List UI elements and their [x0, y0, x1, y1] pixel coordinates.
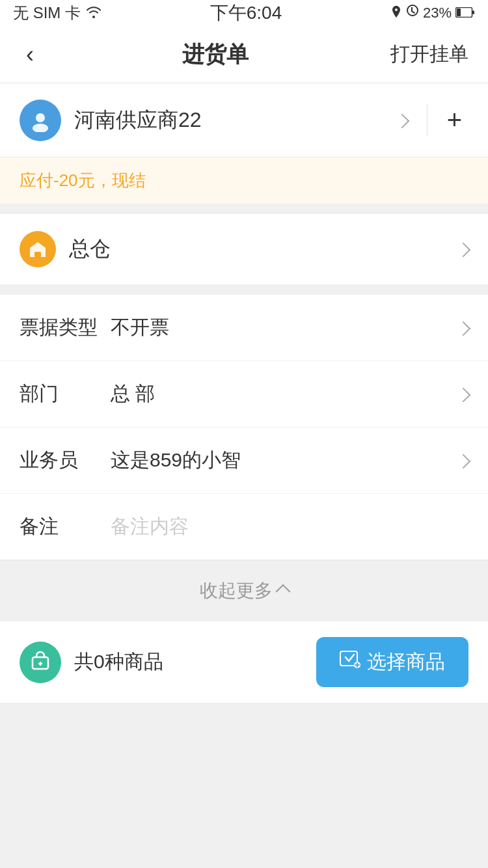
status-right: 23%: [390, 5, 475, 21]
supplier-arrow-icon: [397, 110, 407, 131]
department-label: 部门: [20, 381, 111, 407]
warehouse-row[interactable]: 总仓: [0, 214, 488, 284]
back-button[interactable]: ‹: [20, 34, 40, 75]
supplier-avatar: [20, 100, 61, 141]
warehouse-section: 总仓: [0, 214, 488, 284]
invoice-type-row[interactable]: 票据类型 不开票: [0, 295, 488, 361]
department-arrow-icon: [458, 384, 468, 405]
svg-point-4: [33, 124, 48, 132]
select-product-icon: [340, 651, 360, 673]
department-value: 总 部: [111, 381, 458, 407]
chevron-up-icon: [278, 580, 288, 601]
notice-bar: 应付-20元，现结: [0, 157, 488, 204]
remarks-value: 备注内容: [111, 513, 468, 540]
svg-point-3: [36, 113, 45, 122]
invoice-type-value: 不开票: [111, 314, 458, 341]
salesman-row[interactable]: 业务员 这是859的小智: [0, 427, 488, 494]
svg-rect-5: [34, 252, 41, 257]
salesman-label: 业务员: [20, 447, 111, 474]
collapse-label: 收起更多: [200, 578, 273, 603]
bottom-space: [0, 703, 488, 868]
battery-percent: 23%: [423, 5, 452, 21]
svg-rect-2: [472, 10, 474, 14]
select-product-button[interactable]: 选择商品: [316, 637, 468, 687]
product-icon: [20, 642, 61, 683]
invoice-type-label: 票据类型: [20, 314, 111, 341]
warehouse-icon: [20, 231, 56, 267]
status-left: 无 SIM 卡: [13, 3, 102, 23]
no-sim-text: 无 SIM 卡: [13, 3, 81, 23]
department-row[interactable]: 部门 总 部: [0, 361, 488, 427]
status-bar: 无 SIM 卡 下午6:04 23%: [0, 0, 488, 26]
remarks-label: 备注: [20, 513, 111, 540]
divider: [427, 104, 427, 137]
supplier-row[interactable]: 河南供应商22 +: [0, 83, 488, 157]
main-content: 河南供应商22 + 应付-20元，现结 总仓 票据类型 不开票: [0, 83, 488, 868]
salesman-value: 这是859的小智: [111, 447, 458, 474]
status-time: 下午6:04: [210, 1, 282, 25]
salesman-arrow-icon: [458, 450, 468, 471]
supplier-name: 河南供应商22: [74, 106, 397, 135]
battery-icon: [455, 5, 475, 21]
location-icon: [390, 5, 402, 21]
product-bar: 共0种商品 选择商品: [0, 621, 488, 703]
collapse-section[interactable]: 收起更多: [0, 560, 488, 621]
wifi-icon: [86, 4, 102, 22]
svg-rect-1: [457, 8, 461, 16]
select-product-label: 选择商品: [367, 649, 445, 675]
warehouse-arrow-icon: [458, 239, 468, 260]
invoice-type-arrow-icon: [458, 318, 468, 338]
supplier-section: 河南供应商22 + 应付-20元，现结: [0, 83, 488, 204]
warehouse-label: 总仓: [69, 235, 458, 264]
nav-bar: ‹ 进货单 打开挂单: [0, 26, 488, 83]
notice-text: 应付-20元，现结: [20, 170, 146, 190]
add-supplier-button[interactable]: +: [434, 99, 468, 141]
remarks-row[interactable]: 备注 备注内容: [0, 494, 488, 560]
product-count: 共0种商品: [74, 649, 316, 675]
page-title: 进货单: [182, 40, 249, 70]
open-pending-button[interactable]: 打开挂单: [390, 41, 468, 68]
form-section: 票据类型 不开票 部门 总 部 业务员 这是859的小智 备注 备注内容: [0, 295, 488, 560]
alarm-icon: [406, 5, 419, 21]
